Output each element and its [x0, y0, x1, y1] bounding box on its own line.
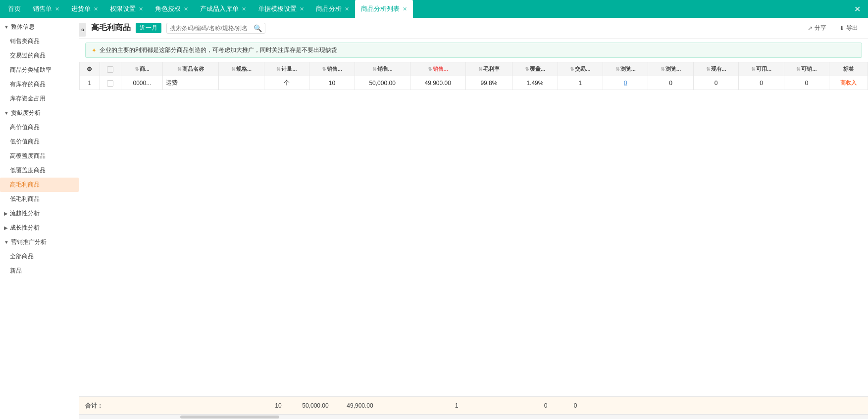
total-sales-profit: 49,900.00 — [338, 402, 382, 409]
nav-permission-settings[interactable]: 权限设置 ✕ — [104, 0, 149, 18]
sidebar-item-high-coverage[interactable]: 高覆盖度商品 — [0, 149, 79, 163]
col-sales-qty-header[interactable]: 销售... — [309, 62, 355, 76]
search-input[interactable] — [170, 25, 254, 32]
search-input-wrap: 🔍 — [166, 23, 265, 34]
sidebar-item-stocked-goods[interactable]: 有库存的商品 — [0, 77, 79, 92]
export-icon: ⬇ — [839, 25, 844, 32]
footer-total: 合计： 10 50,000.00 49,900.00 1 0 0 — [79, 396, 868, 414]
nav-close-role-auth[interactable]: ✕ — [184, 6, 188, 12]
nav-close-product-analysis-list[interactable]: ✕ — [403, 6, 407, 12]
total-transactions: 1 — [442, 402, 471, 409]
nav-role-auth[interactable]: 角色授权 ✕ — [149, 0, 194, 18]
top-nav: 首页 销售单 ✕ 进货单 ✕ 权限设置 ✕ 角色授权 ✕ 产成品入库单 ✕ 单据… — [0, 0, 868, 18]
col-sales-amount-header[interactable]: 销售... — [355, 62, 410, 76]
nav-close-template[interactable]: ✕ — [300, 6, 304, 12]
nav-close-product-analysis[interactable]: ✕ — [345, 6, 349, 12]
col-checkbox-header[interactable] — [100, 62, 121, 76]
close-all-tabs[interactable]: ✕ — [848, 0, 866, 18]
time-filter-button[interactable]: 近一月 — [136, 23, 161, 33]
col-unit-header[interactable]: 计量... — [264, 62, 309, 76]
table-header-row: ⚙ 商... 商品名称 规格... 计量... 销售... 销售... 销售..… — [80, 62, 868, 76]
cell-current-stock: 0 — [693, 76, 738, 90]
sidebar-item-new-goods[interactable]: 新品 — [0, 264, 79, 278]
total-spacer3 — [184, 402, 224, 409]
sidebar-group-contribution[interactable]: ▼ 贡献度分析 — [0, 106, 79, 120]
main-layout: ▼ 整体信息 销售类商品 交易过的商品 商品分类辅助率 有库存的商品 库存资金占… — [0, 18, 868, 419]
total-spacer5 — [382, 402, 412, 409]
content-header: 高毛利商品 近一月 🔍 ↗ 分享 ⬇ 导出 — [79, 18, 868, 39]
total-spacer2 — [154, 402, 184, 409]
cell-spec — [219, 76, 264, 90]
col-sellable-stock-header[interactable]: 可销... — [784, 62, 829, 76]
total-spacer8 — [501, 402, 531, 409]
col-browse1-header[interactable]: 浏览... — [603, 62, 648, 76]
nav-close-sales-order[interactable]: ✕ — [55, 6, 59, 12]
cell-coverage: 1.49% — [512, 76, 558, 90]
col-settings[interactable]: ⚙ — [80, 62, 100, 76]
total-sales-amount: 50,000.00 — [293, 402, 338, 409]
col-tag-header[interactable]: 标签 — [829, 62, 868, 76]
nav-home[interactable]: 首页 — [2, 0, 27, 18]
sidebar-item-low-margin[interactable]: 低毛利商品 — [0, 192, 79, 206]
cell-sales-profit: 49,900.00 — [410, 76, 465, 90]
total-label: 合计： — [85, 402, 125, 410]
col-coverage-header[interactable]: 覆盖... — [512, 62, 558, 76]
sidebar-item-high-value[interactable]: 高价值商品 — [0, 120, 79, 135]
total-spacer6 — [412, 402, 442, 409]
total-spacer7 — [471, 402, 501, 409]
cell-browse1[interactable]: 0 — [603, 76, 648, 90]
bottom-scrollbar[interactable] — [79, 414, 868, 419]
cell-gross-margin: 99.8% — [465, 76, 512, 90]
sidebar-collapse-button[interactable]: « — [79, 23, 86, 37]
chevron-down-icon-3: ▼ — [4, 239, 9, 245]
col-name-header[interactable]: 商品名称 — [163, 62, 219, 76]
cell-transactions: 1 — [558, 76, 603, 90]
col-gross-margin-header[interactable]: 毛利率 — [465, 62, 512, 76]
sidebar-item-low-coverage[interactable]: 低覆盖度商品 — [0, 163, 79, 178]
col-code-header[interactable]: 商... — [121, 62, 163, 76]
info-banner: ✦ 企业的主要的利润都是这部分商品创造的，可考虑加大推广，同时关注库存是不要出现… — [85, 43, 862, 58]
sidebar-group-growth[interactable]: ▶ 成长性分析 — [0, 221, 79, 235]
sidebar-item-all-goods[interactable]: 全部商品 — [0, 249, 79, 264]
nav-template-settings[interactable]: 单据模板设置 ✕ — [252, 0, 310, 18]
sidebar-group-overall[interactable]: ▼ 整体信息 — [0, 20, 79, 34]
cell-browse2: 0 — [648, 76, 693, 90]
col-current-stock-header[interactable]: 现有... — [693, 62, 738, 76]
nav-sales-order[interactable]: 销售单 ✕ — [27, 0, 65, 18]
sidebar-item-high-margin[interactable]: 高毛利商品 — [0, 178, 79, 192]
content-area: « 高毛利商品 近一月 🔍 ↗ 分享 ⬇ 导出 ✦ 企业的主要的利润都是这部分商… — [79, 18, 868, 419]
sidebar-group-trend[interactable]: ▶ 流趋性分析 — [0, 206, 79, 221]
nav-product-analysis-list[interactable]: 商品分析列表 ✕ — [355, 0, 413, 18]
sidebar: ▼ 整体信息 销售类商品 交易过的商品 商品分类辅助率 有库存的商品 库存资金占… — [0, 18, 79, 419]
nav-close-permission[interactable]: ✕ — [139, 6, 143, 12]
col-transactions-header[interactable]: 交易... — [558, 62, 603, 76]
col-available-stock-header[interactable]: 可用... — [739, 62, 784, 76]
nav-purchase-order[interactable]: 进货单 ✕ — [65, 0, 104, 18]
chevron-down-icon-2: ▼ — [4, 110, 9, 116]
nav-close-product-warehouse[interactable]: ✕ — [242, 6, 246, 12]
export-button[interactable]: ⬇ 导出 — [835, 22, 862, 34]
total-current-stock: 0 — [531, 402, 561, 409]
sidebar-item-stock-capital[interactable]: 库存资金占用 — [0, 92, 79, 106]
table-row: 1 0000... 运费 个 10 50,000.00 49,900.00 99… — [80, 76, 868, 90]
chevron-right-icon-2: ▶ — [4, 225, 8, 231]
sidebar-group-marketing[interactable]: ▼ 营销推广分析 — [0, 235, 79, 249]
sidebar-item-category-rate[interactable]: 商品分类辅助率 — [0, 63, 79, 77]
share-button[interactable]: ↗ 分享 — [804, 22, 830, 34]
cell-sellable-stock: 0 — [784, 76, 829, 90]
scroll-thumb[interactable] — [180, 416, 279, 419]
sidebar-item-traded-goods[interactable]: 交易过的商品 — [0, 48, 79, 63]
total-cells: 10 50,000.00 49,900.00 1 0 0 — [125, 402, 590, 409]
col-browse2-header[interactable]: 浏览... — [648, 62, 693, 76]
col-sales-profit-header[interactable]: 销售... — [410, 62, 465, 76]
sidebar-item-low-value[interactable]: 低价值商品 — [0, 135, 79, 149]
search-icon[interactable]: 🔍 — [254, 24, 262, 32]
nav-close-purchase-order[interactable]: ✕ — [94, 6, 98, 12]
col-spec-header[interactable]: 规格... — [219, 62, 264, 76]
nav-product-warehouse[interactable]: 产成品入库单 ✕ — [194, 0, 252, 18]
data-table: ⚙ 商... 商品名称 规格... 计量... 销售... 销售... 销售..… — [79, 62, 868, 90]
sidebar-item-sales-goods[interactable]: 销售类商品 — [0, 34, 79, 48]
cell-checkbox[interactable] — [100, 76, 121, 90]
nav-product-analysis[interactable]: 商品分析 ✕ — [310, 0, 355, 18]
select-all-checkbox[interactable] — [107, 66, 113, 73]
